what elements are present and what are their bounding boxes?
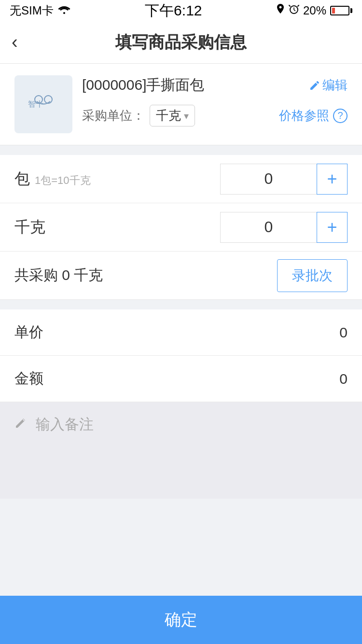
wifi-icon <box>57 4 71 17</box>
product-image: 智十 <box>14 75 72 133</box>
status-bar: 无SIM卡 下午6:12 20% <box>0 0 362 21</box>
quantity-section: 包 1包=10千克 + 千克 + <box>0 155 362 252</box>
price-ref-label: 价格参照 <box>279 107 329 124</box>
bag-input-group: + <box>220 164 348 195</box>
total-row: 共采购 0 千克 录批次 <box>0 252 362 300</box>
back-button[interactable]: ‹ <box>12 32 18 53</box>
bag-label: 包 1包=10千克 <box>14 168 91 190</box>
nav-bar: ‹ 填写商品采购信息 <box>0 21 362 64</box>
status-right: 20% <box>276 4 352 17</box>
price-section: 单价 0 金额 0 <box>0 309 362 402</box>
kg-label: 千克 <box>14 217 45 238</box>
remark-section[interactable]: 输入备注 <box>0 402 362 499</box>
product-info: [0000006]手撕面包 编辑 采购单位： 千克 ▾ 价格参照 ? <box>82 75 348 126</box>
kg-plus-button[interactable]: + <box>317 212 348 243</box>
bag-plus-button[interactable]: + <box>317 164 348 195</box>
total-value: 0 <box>62 267 70 283</box>
location-icon <box>276 4 285 17</box>
kg-input-group: + <box>220 212 348 243</box>
carrier-label: 无SIM卡 <box>10 3 54 18</box>
unit-row: 采购单位： 千克 ▾ 价格参照 ? <box>82 105 348 126</box>
unit-select[interactable]: 千克 ▾ <box>150 105 195 126</box>
kg-quantity-input[interactable] <box>220 212 317 243</box>
edit-button[interactable]: 编辑 <box>309 77 348 94</box>
chevron-down-icon: ▾ <box>184 110 189 122</box>
purchase-unit-label: 采购单位： <box>82 107 145 124</box>
bag-input-row: 包 1包=10千克 + <box>0 155 362 203</box>
remark-placeholder: 输入备注 <box>36 415 94 434</box>
section-divider-2 <box>0 300 362 309</box>
unit-price-label: 单价 <box>14 322 43 342</box>
bag-quantity-input[interactable] <box>220 164 317 195</box>
battery-percentage: 20% <box>303 4 326 17</box>
record-batch-button[interactable]: 录批次 <box>277 259 348 292</box>
price-ref-button[interactable]: 价格参照 ? <box>279 107 348 124</box>
page-title: 填写商品采购信息 <box>115 31 247 54</box>
amount-label: 金额 <box>14 369 43 389</box>
unit-price-value: 0 <box>339 324 348 341</box>
amount-value: 0 <box>339 371 348 387</box>
total-label: 共采购 0 千克 <box>14 266 103 285</box>
pencil-icon <box>14 416 28 433</box>
battery-icon <box>330 6 352 15</box>
alarm-icon <box>289 4 299 17</box>
unit-price-row: 单价 0 <box>0 309 362 356</box>
confirm-button[interactable]: 确定 <box>0 596 362 644</box>
amount-row: 金额 0 <box>0 356 362 402</box>
product-name: [0000006]手撕面包 <box>82 75 204 95</box>
bag-sub-label: 1包=10千克 <box>35 173 91 188</box>
bottom-spacer <box>0 499 362 547</box>
unit-value: 千克 <box>156 107 181 124</box>
product-card: 智十 [0000006]手撕面包 编辑 采购单位： 千克 ▾ <box>0 64 362 145</box>
status-left: 无SIM卡 <box>10 3 71 18</box>
status-time: 下午6:12 <box>145 1 202 21</box>
question-mark-icon: ? <box>333 109 348 123</box>
confirm-button-label: 确定 <box>165 609 197 631</box>
section-divider-1 <box>0 145 362 155</box>
product-name-row: [0000006]手撕面包 编辑 <box>82 75 348 95</box>
kg-input-row: 千克 + <box>0 203 362 252</box>
